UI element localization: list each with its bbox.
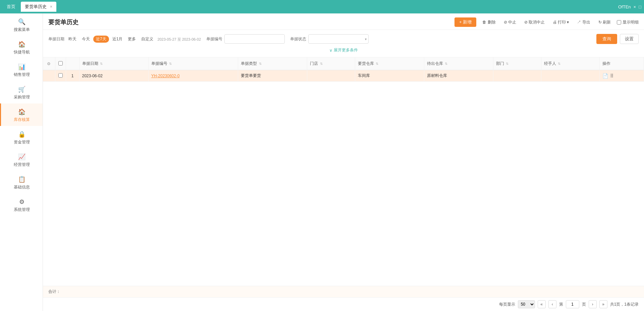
pagination: 每页显示 20 50 100 « ‹ 第 页 › » 共1页，1条记录	[43, 297, 644, 311]
date-btn-more[interactable]: 更多	[126, 36, 138, 43]
window-maximize-btn[interactable]: □	[639, 4, 641, 9]
col-number: 单据编号 ⇅	[148, 57, 238, 70]
doc-number-filter-group: 单据编号	[206, 34, 285, 44]
col-store: 门店 ⇅	[307, 57, 355, 70]
refresh-button[interactable]: ↻ 刷新	[596, 18, 613, 27]
export-button[interactable]: ↗ 导出	[575, 18, 592, 27]
sidebar-item-system[interactable]: ⚙ 系统管理	[0, 193, 43, 216]
row-pending-warehouse: 原材料仓库	[424, 70, 493, 82]
sort-icon-date[interactable]: ⇅	[100, 62, 103, 65]
display-detail-checkbox[interactable]	[617, 20, 621, 25]
row-date: 2023-06-02	[79, 70, 148, 82]
stop-button[interactable]: ⊘ 中止	[502, 18, 518, 27]
delete-button[interactable]: 🗑 删除	[480, 18, 497, 27]
sidebar-item-purchase[interactable]: 🛒 采购管理	[0, 81, 43, 103]
tab-requisition-history[interactable]: 要货单历史 ×	[21, 2, 56, 12]
col-handler: 经手人 ⇅	[541, 57, 600, 70]
col-index	[66, 57, 79, 70]
prev-page-btn[interactable]: ‹	[548, 300, 556, 308]
select-all-checkbox[interactable]	[58, 61, 63, 65]
search-menu-icon: 🔍	[18, 18, 25, 26]
sidebar-item-sales[interactable]: 📊 销售管理	[0, 58, 43, 81]
row-settings	[43, 70, 55, 82]
doc-number-label: 单据编号	[206, 36, 222, 42]
sidebar-item-label: 经营管理	[14, 162, 30, 168]
sidebar-item-quick-nav[interactable]: 🏠 快捷导航	[0, 36, 43, 58]
main-layout: 🔍 搜索菜单 🏠 快捷导航 📊 销售管理 🛒 采购管理 🏠 库存核算 🔒 资金管…	[0, 13, 644, 311]
inventory-icon: 🏠	[18, 108, 25, 116]
filter-action-btns: 查询 设置	[596, 34, 639, 44]
sidebar-item-label: 基础信息	[14, 184, 30, 190]
row-select-checkbox[interactable]	[58, 73, 63, 78]
sort-icon-handler[interactable]: ⇅	[558, 62, 560, 65]
cart-icon: 🛒	[18, 86, 25, 93]
chart-icon: 📊	[18, 63, 25, 71]
date-filter-label: 单据日期	[48, 36, 64, 42]
print-dropdown-icon: ▾	[567, 20, 569, 25]
col-checkbox	[55, 57, 66, 70]
sort-icon-type[interactable]: ⇅	[259, 62, 262, 65]
expand-more-btn[interactable]: ∨ 展开更多条件	[327, 46, 361, 54]
basic-info-icon: 📋	[18, 176, 25, 183]
operations-icon: 📈	[18, 153, 25, 161]
sidebar-item-label: 快捷导航	[14, 49, 30, 55]
page-number-input[interactable]	[566, 300, 579, 308]
sidebar-item-search-menu[interactable]: 🔍 搜索菜单	[0, 13, 43, 36]
tab-home[interactable]: 首页	[3, 2, 19, 12]
col-settings[interactable]: ⚙	[43, 57, 55, 70]
row-index: 1	[66, 70, 79, 82]
row-store	[307, 70, 355, 82]
sidebar-item-label: 采购管理	[14, 94, 30, 100]
first-page-btn[interactable]: «	[538, 300, 546, 308]
date-btn-custom[interactable]: 自定义	[139, 36, 155, 43]
sidebar-item-operations[interactable]: 📈 经营管理	[0, 148, 43, 171]
close-tab-icon[interactable]: ×	[50, 4, 52, 9]
settings-button[interactable]: 设置	[620, 34, 639, 44]
last-page-btn[interactable]: »	[599, 300, 607, 308]
more-icon[interactable]: ⠿	[610, 73, 613, 79]
col-pending-warehouse: 待出仓库 ⇅	[424, 57, 493, 70]
sidebar-item-basic-info[interactable]: 📋 基础信息	[0, 171, 43, 193]
sort-icon-number[interactable]: ⇅	[169, 62, 172, 65]
sort-icon-pending-warehouse[interactable]: ⇅	[445, 62, 447, 65]
sidebar-item-finance[interactable]: 🔒 资金管理	[0, 126, 43, 148]
date-btn-1month[interactable]: 近1月	[110, 36, 125, 43]
sidebar-item-label: 搜索菜单	[14, 27, 30, 33]
row-number-link[interactable]: YH-20230602-0	[151, 74, 180, 78]
filter-row: 单据日期 昨天 今天 近7天 近1月 更多 自定义 2023-05-27 至 2…	[48, 34, 639, 44]
page-size-select[interactable]: 20 50 100	[518, 300, 535, 308]
doc-status-select[interactable]	[308, 34, 369, 44]
date-range-display: 2023-05-27 至 2023-06-02	[157, 37, 201, 42]
display-detail-toggle[interactable]: 显示明细	[617, 19, 639, 25]
doc-status-label: 单据状态	[290, 36, 306, 42]
col-department: 部门 ⇅	[493, 57, 541, 70]
row-department	[493, 70, 541, 82]
add-button[interactable]: + 新增	[454, 17, 476, 27]
query-button[interactable]: 查询	[596, 34, 617, 44]
top-bar-right: OfTEn × □	[618, 4, 641, 9]
page-label-before: 第	[559, 302, 563, 307]
sidebar-item-label: 系统管理	[14, 207, 30, 213]
often-label: OfTEn	[618, 4, 631, 9]
print-icon: 🖨	[553, 20, 557, 25]
sidebar-item-inventory[interactable]: 🏠 库存核算	[0, 103, 43, 126]
sort-icon-req-warehouse[interactable]: ⇅	[376, 62, 378, 65]
cancel-stop-button[interactable]: ⊘ 取消中止	[522, 18, 547, 27]
sort-icon-department[interactable]: ⇅	[506, 62, 508, 65]
col-type: 单据类型 ⇅	[238, 57, 307, 70]
print-button[interactable]: 🖨 打印 ▾	[551, 18, 571, 27]
row-number: YH-20230602-0	[148, 70, 238, 82]
edit-icon[interactable]: 📄	[602, 73, 608, 79]
next-page-btn[interactable]: ›	[589, 300, 597, 308]
summary-label: 合计：	[48, 289, 60, 294]
date-quick-btns: 昨天 今天 近7天 近1月 更多 自定义	[66, 36, 155, 43]
sort-icon-store[interactable]: ⇅	[320, 62, 323, 65]
page-title: 要货单历史	[48, 18, 454, 26]
doc-number-input[interactable]	[224, 34, 285, 44]
date-btn-today[interactable]: 今天	[80, 36, 92, 43]
row-handler	[541, 70, 600, 82]
sidebar-item-label: 库存核算	[14, 117, 30, 123]
date-btn-7days[interactable]: 近7天	[93, 36, 109, 43]
window-close-btn[interactable]: ×	[634, 4, 636, 9]
date-btn-yesterday[interactable]: 昨天	[66, 36, 78, 43]
